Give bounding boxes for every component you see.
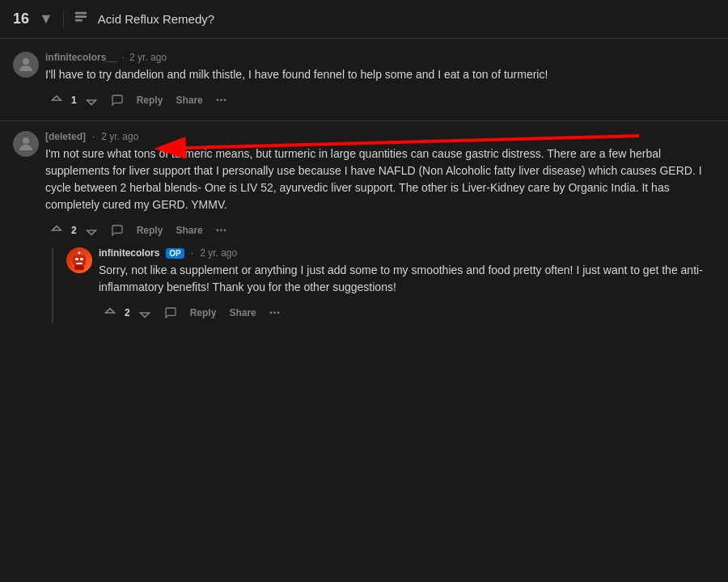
username-deleted: [deleted] <box>45 131 86 142</box>
dot-sep-first: · <box>122 52 125 63</box>
svg-point-4 <box>23 137 29 144</box>
downvote-btn-op[interactable] <box>133 303 156 323</box>
comment-icon-btn-op[interactable] <box>159 303 182 323</box>
share-btn-first[interactable]: Share <box>171 91 207 109</box>
comment-text-first: I'll have to try dandelion and milk this… <box>45 66 715 83</box>
downvote-btn-deleted[interactable] <box>80 221 103 240</box>
comment-actions-op: 2 R <box>99 302 715 323</box>
avatar-first <box>13 52 39 78</box>
svg-rect-8 <box>76 263 83 264</box>
comment-inner-deleted: [deleted] · 2 yr. ago I'm not sure what … <box>13 131 715 241</box>
comment-right-deleted: [deleted] · 2 yr. ago I'm not sure what … <box>45 131 715 241</box>
comment-actions-deleted: 2 Reply <box>45 220 715 241</box>
svg-rect-1 <box>75 15 87 18</box>
comment-block-first: infinitecolors__ · 2 yr. ago I'll have t… <box>0 45 728 117</box>
more-btn-first[interactable]: ··· <box>211 90 231 111</box>
dot-sep-deleted: · <box>92 131 95 142</box>
vote-count-deleted: 2 <box>71 225 77 236</box>
comment-user-info-first: infinitecolors__ · 2 yr. ago <box>45 52 715 63</box>
post-type-icon <box>74 11 88 28</box>
comment-actions-first: 1 Reply Share <box>45 90 715 111</box>
username-first: infinitecolors__ <box>45 52 117 63</box>
svg-rect-2 <box>75 19 83 21</box>
share-btn-deleted[interactable]: Share <box>171 221 207 239</box>
more-btn-op[interactable]: ··· <box>265 302 285 323</box>
dot-sep-op: · <box>191 247 193 259</box>
downvote-icon[interactable]: ▼ <box>39 11 53 27</box>
comment-right-op: infinitecolors OP · 2 yr. ago Sorry, not… <box>99 247 715 323</box>
avatar-deleted <box>13 131 39 157</box>
username-op: infinitecolors <box>99 247 159 259</box>
comment-icon-btn-first[interactable] <box>106 91 129 110</box>
vote-count-first: 1 <box>71 95 77 106</box>
comment-icon-btn-deleted[interactable] <box>106 221 129 240</box>
timestamp-op: 2 yr. ago <box>200 247 237 259</box>
upvote-btn-op[interactable] <box>99 303 121 323</box>
downvote-btn-first[interactable] <box>80 91 103 110</box>
vote-count: 16 <box>13 11 29 27</box>
comment-header-deleted: [deleted] · 2 yr. ago <box>45 131 715 142</box>
comment-block-deleted: [deleted] · 2 yr. ago I'm not sure what … <box>0 124 728 330</box>
comment-text-deleted: I'm not sure what tons of turmeric means… <box>45 146 715 213</box>
post-title[interactable]: Acid Reflux Remedy? <box>98 12 214 26</box>
avatar-op <box>66 247 92 273</box>
comment-right-first: infinitecolors__ · 2 yr. ago I'll have t… <box>45 52 715 111</box>
svg-rect-7 <box>80 258 83 260</box>
reply-btn-deleted[interactable]: Reply <box>132 221 168 239</box>
indented-reply: infinitecolors OP · 2 yr. ago Sorry, not… <box>52 247 715 323</box>
more-btn-deleted[interactable]: ··· <box>211 220 231 241</box>
comment-inner-op: infinitecolors OP · 2 yr. ago Sorry, not… <box>66 247 715 323</box>
upvote-btn-deleted[interactable] <box>45 221 68 240</box>
comment-header-op: infinitecolors OP · 2 yr. ago <box>99 247 715 259</box>
vote-count-op: 2 <box>125 307 130 318</box>
upvote-btn-first[interactable] <box>45 91 68 110</box>
comments-content: infinitecolors__ · 2 yr. ago I'll have t… <box>0 39 728 582</box>
share-btn-op[interactable]: Share <box>224 304 260 322</box>
reply-btn-op[interactable]: Reply <box>185 304 222 322</box>
separator-1 <box>0 120 728 121</box>
op-badge: OP <box>166 248 184 259</box>
reply-btn-first[interactable]: Reply <box>132 91 168 109</box>
timestamp-deleted: 2 yr. ago <box>101 131 138 142</box>
comment-text-op: Sorry, not like a supplement or anything… <box>99 262 715 296</box>
svg-rect-11 <box>74 265 84 270</box>
svg-point-10 <box>78 252 81 255</box>
svg-rect-0 <box>75 11 87 14</box>
divider <box>63 10 64 29</box>
svg-point-3 <box>23 58 29 65</box>
top-bar: 16 ▼ Acid Reflux Remedy? <box>0 0 728 39</box>
timestamp-first: 2 yr. ago <box>129 52 167 63</box>
svg-rect-6 <box>75 258 78 260</box>
